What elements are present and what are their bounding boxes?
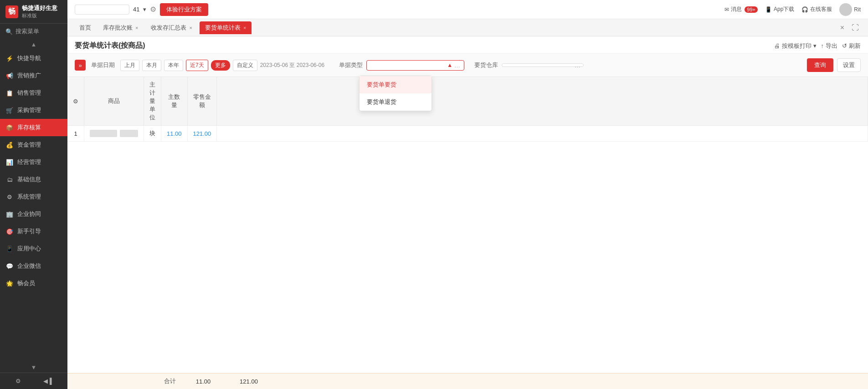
filter-actions: 查询 设置	[807, 58, 861, 72]
dropdown-item-0[interactable]: 要货单要货	[360, 76, 431, 93]
sidebar: 畅 畅捷通好生意 标准版 🔍 搜索菜单 ▲ ⚡ 快捷导航 📢 营销推广 📋 销售…	[0, 0, 67, 389]
export-label: 导出	[826, 42, 837, 50]
filter-date-group: 上月 本月 本年 近7天 更多 自定义 2023-05-06 至 2023-06…	[120, 60, 324, 71]
sidebar-item-finance[interactable]: 💰 资金管理	[0, 136, 67, 154]
sidebar-item-label: 经营管理	[17, 158, 41, 166]
app-icon: 📱	[765, 6, 772, 13]
dropdown-item-1[interactable]: 要货单退货	[360, 93, 431, 111]
date-btn-more[interactable]: 更多	[211, 60, 230, 71]
sidebar-item-marketing[interactable]: 📢 营销推广	[0, 67, 67, 84]
data-table: ⚙ 商品 主计量单位 主数量 零售金额 1	[67, 77, 868, 142]
sidebar-search-label: 搜索菜单	[15, 27, 39, 36]
tabs-close-all-btn[interactable]: ×	[838, 23, 846, 33]
sidebar-collapse-btn[interactable]: ◀▐	[43, 378, 52, 384]
filter-expand-btn[interactable]: »	[75, 60, 86, 71]
tab-order-summary[interactable]: 要货单统计表 ×	[200, 21, 252, 34]
sidebar-item-purchase[interactable]: 🛒 采购管理	[0, 102, 67, 119]
sidebar-item-base[interactable]: 🗂 基础信息	[0, 171, 67, 188]
date-btn-7days[interactable]: 近7天	[186, 60, 208, 71]
filter-warehouse-group: 要货仓库 …	[474, 61, 584, 69]
sidebar-item-label: 应用中心	[17, 245, 41, 253]
sidebar-item-guide[interactable]: 🎯 新手引导	[0, 223, 67, 240]
topbar-left: 41 ▾ ⚙ 体验行业方案	[75, 3, 719, 16]
cell-main-qty[interactable]: 11.00	[161, 126, 188, 142]
cell-unit: 块	[144, 126, 161, 142]
filter-bar: » 单据日期 上月 本月 本年 近7天 更多 自定义 2023-05-06 至 …	[67, 54, 868, 77]
cell-index: 1	[67, 126, 84, 142]
topbar-search-input[interactable]	[75, 5, 129, 15]
sidebar-nav: ⚡ 快捷导航 📢 营销推广 📋 销售管理 🛒 采购管理 📦 库存核算 💰 资金管…	[0, 50, 67, 362]
logo-icon: 畅	[5, 5, 18, 18]
export-btn[interactable]: ↑ 导出	[821, 42, 838, 50]
trial-btn[interactable]: 体验行业方案	[160, 3, 208, 16]
topbar-dropdown[interactable]: ▾	[143, 6, 146, 13]
footer-retail-amount: 121.00	[231, 378, 267, 385]
sidebar-item-wechat[interactable]: 💬 企业微信	[0, 257, 67, 275]
purchase-icon: 🛒	[5, 107, 14, 114]
settings-btn[interactable]: 设置	[837, 58, 861, 72]
tab-home[interactable]: 首页	[75, 21, 96, 34]
guide-icon: 🎯	[5, 228, 14, 235]
tab-inventory-batch[interactable]: 库存批次账 ×	[98, 21, 144, 34]
app-download-label: App下载	[774, 5, 794, 13]
service-icon: 🎧	[801, 6, 808, 13]
sidebar-scroll-up[interactable]: ▲	[0, 39, 67, 50]
sidebar-item-quick-nav[interactable]: ⚡ 快捷导航	[0, 50, 67, 67]
sidebar-search[interactable]: 🔍 搜索菜单	[0, 24, 67, 39]
sidebar-item-operation[interactable]: 📊 经营管理	[0, 154, 67, 171]
tab-close-icon[interactable]: ×	[243, 25, 246, 31]
sidebar-scroll-down[interactable]: ▼	[0, 362, 67, 373]
sidebar-item-label: 库存核算	[17, 123, 41, 132]
tabs-expand-btn[interactable]: ⛶	[850, 23, 861, 33]
refresh-btn[interactable]: ↺ 刷新	[842, 42, 861, 50]
sidebar-item-appstore[interactable]: 📱 应用中心	[0, 240, 67, 257]
finance-icon: 💰	[5, 142, 14, 148]
tab-close-icon[interactable]: ×	[189, 25, 192, 31]
system-icon: ⚙	[5, 194, 14, 200]
topbar-avatar-group[interactable]: Rit	[839, 3, 861, 16]
table-header-row: ⚙ 商品 主计量单位 主数量 零售金额	[67, 77, 868, 126]
inventory-icon: 📦	[5, 124, 14, 131]
username: Rit	[854, 6, 861, 13]
sidebar-item-sales[interactable]: 📋 销售管理	[0, 84, 67, 102]
date-btn-this-year[interactable]: 本年	[164, 60, 183, 71]
sidebar-item-label: 销售管理	[17, 89, 41, 97]
filter-type-dots-icon[interactable]: …	[454, 62, 460, 69]
sidebar-item-member[interactable]: 🌟 畅会员	[0, 275, 67, 292]
messages-badge: 99+	[745, 6, 758, 13]
filter-warehouse-input[interactable]: …	[502, 63, 584, 67]
print-dropdown-icon: ▾	[813, 42, 817, 49]
topbar-gear-icon[interactable]: ⚙	[150, 5, 156, 14]
sidebar-item-label: 新手引导	[17, 227, 41, 235]
enterprise-icon: 🏢	[5, 211, 14, 218]
tab-receive-summary[interactable]: 收发存汇总表 ×	[145, 21, 197, 34]
sidebar-settings-btn[interactable]: ⚙	[15, 378, 21, 384]
tabs-right: × ⛶	[838, 23, 861, 33]
operation-icon: 📊	[5, 159, 14, 166]
th-settings[interactable]: ⚙	[67, 77, 84, 126]
th-main-qty: 主数量	[161, 77, 188, 126]
tab-close-icon[interactable]: ×	[135, 25, 138, 31]
th-retail-amount: 零售金额	[187, 77, 217, 126]
cell-retail-amount[interactable]: 121.00	[187, 126, 217, 142]
table-row: 1 块 11.00 121.00	[67, 126, 868, 142]
th-extra	[217, 77, 868, 126]
topbar-messages[interactable]: ✉ 消息 99+	[724, 5, 758, 13]
topbar-online-service[interactable]: 🎧 在线客服	[801, 5, 832, 13]
date-btn-custom[interactable]: 自定义	[233, 60, 257, 71]
query-btn[interactable]: 查询	[807, 58, 833, 72]
print-btn[interactable]: 🖨 按模板打印 ▾	[774, 42, 817, 50]
sidebar-item-enterprise[interactable]: 🏢 企业协同	[0, 205, 67, 223]
topbar-app-download[interactable]: 📱 App下载	[765, 5, 794, 13]
sidebar-item-label: 基础信息	[17, 175, 41, 184]
footer-label: 合计	[73, 377, 176, 385]
avatar	[839, 3, 852, 16]
sidebar-item-system[interactable]: ⚙ 系统管理	[0, 188, 67, 205]
sidebar-item-inventory[interactable]: 📦 库存核算	[0, 119, 67, 136]
refresh-icon: ↺	[842, 42, 847, 49]
filter-type-arrow-icon[interactable]: ▲	[447, 62, 452, 68]
date-btn-this-month[interactable]: 本月	[142, 60, 161, 71]
date-btn-last-month[interactable]: 上月	[120, 60, 139, 71]
filter-type-input-wrapper[interactable]: ▲ …	[366, 60, 464, 71]
filter-type-input[interactable]	[370, 62, 447, 69]
